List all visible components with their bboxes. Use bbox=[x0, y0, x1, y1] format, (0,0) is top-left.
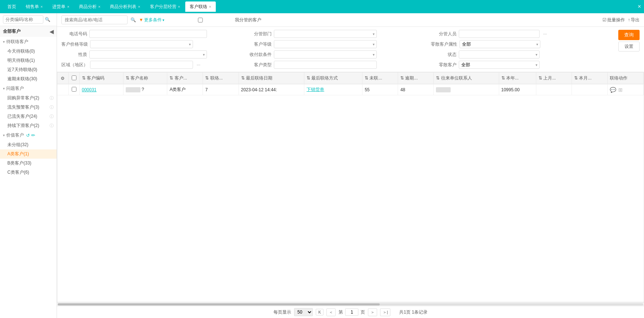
page-number-input[interactable] bbox=[345, 308, 358, 316]
next-page-btn[interactable]: ＞ bbox=[368, 308, 377, 316]
sort-count-icon[interactable]: ⇅ bbox=[205, 75, 209, 81]
row-code-value[interactable]: 000031 bbox=[82, 87, 97, 92]
sidebar-collapse-icon[interactable]: ◀ bbox=[50, 29, 54, 35]
th-gear[interactable]: ⚙ bbox=[57, 73, 68, 84]
c-class-label: C类客户(6) bbox=[7, 169, 29, 176]
status-select[interactable] bbox=[459, 50, 540, 59]
dept-select[interactable] bbox=[274, 30, 377, 38]
search-input[interactable] bbox=[61, 15, 128, 24]
declining-info-icon[interactable]: ⓘ bbox=[50, 123, 54, 128]
settings-btn[interactable]: 设置 bbox=[618, 42, 640, 52]
sidebar-item-c-class[interactable]: C类客户(6) bbox=[0, 168, 57, 177]
tab-purchase-close[interactable]: × bbox=[67, 4, 69, 9]
tab-sales-close[interactable]: × bbox=[40, 4, 43, 9]
my-customers-checkbox[interactable] bbox=[167, 18, 233, 22]
phone-input[interactable] bbox=[89, 30, 207, 38]
sort-grade-icon[interactable]: ⇅ bbox=[169, 75, 173, 81]
abnormal-label: 回购异常客户(2) bbox=[7, 95, 39, 101]
tab-sales[interactable]: 销售单 × bbox=[21, 1, 47, 12]
pending-group-label: 待联络客户 bbox=[6, 39, 28, 45]
first-page-btn[interactable]: K bbox=[316, 309, 323, 315]
tab-goods-list[interactable]: 商品分析列表 × bbox=[105, 1, 144, 12]
edit-icon[interactable]: ✏ bbox=[31, 132, 35, 138]
tab-goods-analysis-close[interactable]: × bbox=[98, 4, 100, 9]
nature-select[interactable] bbox=[89, 50, 207, 59]
sidebar-group-pending[interactable]: ▾ 待联络客户 bbox=[0, 37, 57, 47]
per-page-select[interactable]: 50 100 200 bbox=[294, 308, 313, 316]
sort-lmonth-icon[interactable]: ⇅ bbox=[539, 75, 542, 81]
staff-input[interactable] bbox=[459, 30, 540, 38]
my-customers-filter[interactable]: 我分管的客户 bbox=[167, 17, 261, 23]
td-grade: A类客户 bbox=[167, 84, 203, 95]
sidebar-item-7days[interactable]: 近7天待联络(0) bbox=[0, 65, 57, 74]
sort-company-icon[interactable]: ⇅ bbox=[436, 75, 440, 81]
th-code: ⇅ 客户编码 bbox=[79, 73, 123, 84]
sort-nocontact-icon[interactable]: ⇅ bbox=[365, 75, 368, 81]
tab-customer-contact[interactable]: 客户联络 × bbox=[185, 1, 215, 12]
tab-purchase[interactable]: 进货单 × bbox=[48, 1, 74, 12]
sidebar-group-problem[interactable]: ▾ 问题客户 bbox=[0, 84, 57, 93]
more-filters-btn[interactable]: ▼ 更多条件 ▾ bbox=[139, 17, 164, 23]
row-checkbox[interactable] bbox=[72, 87, 76, 92]
query-btn[interactable]: 查询 bbox=[618, 30, 640, 40]
batch-op-btn[interactable]: ☑ 批量操作 bbox=[602, 17, 625, 23]
search-btn[interactable]: 🔍 bbox=[130, 17, 136, 22]
sidebar-search-icon[interactable]: 🔍 bbox=[45, 17, 50, 22]
region-dots-icon[interactable]: ··· bbox=[195, 62, 202, 67]
sort-name-icon[interactable]: ⇅ bbox=[126, 75, 129, 81]
sort-date-icon[interactable]: ⇅ bbox=[241, 75, 245, 81]
pagination-bar: 每页显示 50 100 200 K ＜ 第 页 ＞ ＞| 共1页 1条记录 bbox=[57, 306, 644, 318]
tab-home[interactable]: 首页 bbox=[3, 1, 21, 12]
scrollbar-track[interactable] bbox=[58, 303, 643, 305]
sidebar-item-declining[interactable]: 持续下滑客户(2) ⓘ bbox=[0, 121, 57, 130]
sidebar-item-churning[interactable]: 流失预警客户(3) ⓘ bbox=[0, 103, 57, 112]
sort-code-icon[interactable]: ⇅ bbox=[82, 75, 86, 81]
chat-icon[interactable]: 💬 bbox=[610, 87, 616, 93]
sidebar-item-b-class[interactable]: B类客户(33) bbox=[0, 159, 57, 168]
scrollbar-thumb[interactable] bbox=[58, 303, 380, 305]
churned-info-icon[interactable]: ⓘ bbox=[50, 114, 54, 119]
th-last-month: ⇅ 上月... bbox=[536, 73, 572, 84]
churning-info-icon[interactable]: ⓘ bbox=[50, 105, 54, 110]
sort-year-icon[interactable]: ⇅ bbox=[501, 75, 505, 81]
select-all-checkbox[interactable] bbox=[72, 75, 76, 80]
customer-type-input[interactable] bbox=[274, 61, 377, 69]
last-page-btn[interactable]: ＞| bbox=[380, 308, 390, 316]
sidebar-item-tomorrow[interactable]: 明天待联络(1) bbox=[0, 56, 57, 65]
sort-overdue-icon[interactable]: ⇅ bbox=[400, 75, 404, 81]
window-close-btn[interactable]: × bbox=[638, 3, 641, 10]
export-btn[interactable]: ↑ 导出 bbox=[628, 17, 640, 23]
retail-attr-select[interactable]: 全部 bbox=[459, 40, 540, 48]
sidebar-group-value[interactable]: ▾ 价值客户 ↺ ✏ bbox=[0, 130, 57, 140]
sort-method-icon[interactable]: ⇅ bbox=[307, 75, 310, 81]
pay-select[interactable] bbox=[274, 50, 377, 59]
sidebar-item-overdue[interactable]: 逾期未联络(30) bbox=[0, 74, 57, 84]
td-no-contact: 55 bbox=[362, 84, 398, 95]
sort-tmonth-icon[interactable]: ⇅ bbox=[574, 75, 578, 81]
sidebar-item-churned[interactable]: 已流失客户(24) ⓘ bbox=[0, 112, 57, 121]
tab-customer-layer-close[interactable]: × bbox=[178, 4, 180, 9]
grid-icon[interactable]: ⊞ bbox=[618, 87, 623, 93]
tab-goods-analysis[interactable]: 商品分析 × bbox=[75, 1, 105, 12]
sidebar-item-today[interactable]: 今天待联络(0) bbox=[0, 47, 57, 56]
prev-page-btn[interactable]: ＜ bbox=[326, 308, 336, 316]
region-input[interactable] bbox=[90, 61, 193, 69]
sidebar-item-ungroup[interactable]: 未分组(32) bbox=[0, 140, 57, 149]
horizontal-scrollbar[interactable] bbox=[57, 302, 644, 306]
customer-grade-select[interactable] bbox=[274, 40, 377, 48]
abnormal-info-icon[interactable]: ⓘ bbox=[50, 95, 54, 101]
retail-customer-select[interactable]: 全部 bbox=[459, 61, 540, 69]
th-checkbox[interactable] bbox=[68, 73, 79, 84]
tab-customer-contact-close[interactable]: × bbox=[209, 4, 211, 9]
sidebar-item-a-class[interactable]: A类客户(1) bbox=[0, 149, 57, 159]
sidebar-search-input[interactable] bbox=[3, 15, 43, 24]
last-method-link[interactable]: 下销货单 bbox=[307, 87, 324, 92]
staff-dots-icon[interactable]: ··· bbox=[542, 31, 548, 36]
refresh-icon[interactable]: ↺ bbox=[26, 133, 30, 138]
tab-goods-list-close[interactable]: × bbox=[138, 4, 140, 9]
nature-label: 性质 bbox=[61, 52, 87, 58]
th-contact-count-label: 联络... bbox=[210, 75, 223, 81]
tab-customer-layer[interactable]: 客户分层经营 × bbox=[146, 1, 185, 12]
sidebar-item-abnormal[interactable]: 回购异常客户(2) ⓘ bbox=[0, 93, 57, 103]
price-grade-select[interactable] bbox=[90, 40, 193, 48]
